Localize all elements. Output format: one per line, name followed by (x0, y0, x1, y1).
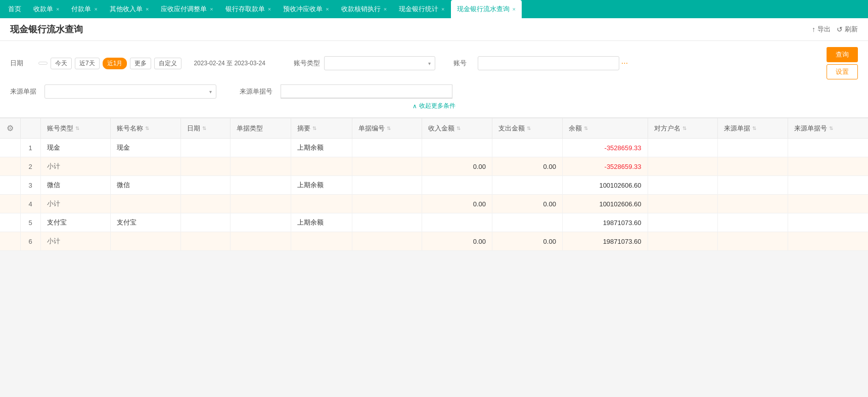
cell-doc-no (352, 232, 422, 251)
cell-expense: 0.00 (492, 232, 563, 251)
filter-row-2: 来源单据 ▾ 来源单据号 (10, 84, 858, 99)
refresh-icon: ↺ (837, 25, 843, 33)
cell-settings (0, 157, 20, 176)
cell-account-name (111, 195, 181, 213)
date-options: 今天 近7天 近1月 更多 自定义 (38, 58, 181, 69)
date-btn-custom[interactable]: 自定义 (154, 58, 181, 69)
col-account-name[interactable]: 账号名称⇅ (111, 118, 181, 139)
col-summary[interactable]: 摘要⇅ (291, 118, 352, 139)
refresh-button[interactable]: ↺ 刷新 (837, 25, 858, 34)
close-icon[interactable]: × (384, 0, 387, 18)
cell-settings (0, 195, 20, 213)
cell-settings (0, 176, 20, 195)
cell-source-doc-no (788, 213, 868, 232)
date-btn-1month[interactable]: 近1月 (103, 58, 127, 69)
col-balance[interactable]: 余额⇅ (562, 118, 648, 139)
cell-account-type: 微信 (40, 176, 111, 195)
sort-icon: ⇅ (145, 125, 149, 131)
cell-expense: 0.00 (492, 157, 563, 176)
date-btn-today[interactable]: 今天 (51, 58, 72, 69)
cell-source-doc-no (788, 176, 868, 195)
nav-adjustment[interactable]: 应收应付调整单 × (155, 0, 219, 18)
cell-summary: 上期余额 (291, 213, 352, 232)
cell-expense: 0.00 (492, 195, 563, 213)
cell-summary: 上期余额 (291, 139, 352, 157)
nav-advance-offset[interactable]: 预收冲应收单 × (277, 0, 335, 18)
cell-balance: 19871073.60 (562, 232, 648, 251)
cell-source-doc-no (788, 232, 868, 251)
date-btn-yesterday[interactable] (38, 62, 48, 65)
cell-expense (492, 139, 563, 157)
nav-bank-deposit[interactable]: 银行存取款单 × (219, 0, 277, 18)
table-row: 6 小计 0.00 0.00 19871073.60 (0, 232, 868, 251)
cell-num: 6 (20, 232, 40, 251)
cell-source-doc-no (788, 157, 868, 176)
nav-collection-exec[interactable]: 收款核销执行 × (335, 0, 393, 18)
gear-icon[interactable]: ⚙ (7, 124, 14, 133)
source-doc-no-input[interactable] (281, 84, 452, 99)
col-doc-no[interactable]: 单据编号⇅ (352, 118, 422, 139)
cell-doc-no (352, 139, 422, 157)
export-button[interactable]: ↑ 导出 (812, 25, 831, 34)
top-navigation: 首页 收款单 × 付款单 × 其他收入单 × 应收应付调整单 × 银行存取款单 … (0, 0, 868, 18)
cell-account-name: 微信 (111, 176, 181, 195)
close-icon[interactable]: × (94, 0, 97, 18)
account-type-select[interactable]: ▾ (324, 56, 435, 70)
cell-summary (291, 232, 352, 251)
table-row: 3 微信 微信 上期余额 100102606.60 (0, 176, 868, 195)
cell-summary (291, 195, 352, 213)
close-icon[interactable]: × (326, 0, 329, 18)
cell-num: 5 (20, 213, 40, 232)
filter-row-1: 日期 今天 近7天 近1月 更多 自定义 2023-02-24 至 2023-0… (10, 47, 858, 79)
chevron-up-icon: ∧ (413, 103, 417, 110)
date-btn-more[interactable]: 更多 (130, 58, 151, 69)
cell-summary: 上期余额 (291, 176, 352, 195)
account-label: 账号 (453, 59, 474, 68)
chevron-down-icon: ▾ (209, 89, 212, 95)
nav-payment[interactable]: 付款单 × (65, 0, 103, 18)
col-counterpart[interactable]: 对方户名⇅ (648, 118, 718, 139)
cell-counterpart (648, 195, 718, 213)
settings-button[interactable]: 设置 (827, 64, 858, 79)
cell-source-doc (718, 232, 788, 251)
cell-doc-type (231, 176, 291, 195)
col-account-type[interactable]: 账号类型⇅ (40, 118, 111, 139)
col-source-doc[interactable]: 来源单据⇅ (718, 118, 788, 139)
close-icon[interactable]: × (146, 0, 149, 18)
cell-source-doc (718, 176, 788, 195)
query-button[interactable]: 查询 (827, 47, 858, 62)
source-doc-label: 来源单据 (10, 87, 36, 96)
nav-cash-bank-stats[interactable]: 现金银行统计 × (393, 0, 450, 18)
sort-icon: ⇅ (829, 125, 833, 131)
cell-doc-no (352, 213, 422, 232)
date-btn-7days[interactable]: 近7天 (75, 58, 100, 69)
sort-icon: ⇅ (387, 125, 391, 131)
cell-counterpart (648, 157, 718, 176)
account-dots-button[interactable]: ··· (621, 59, 628, 68)
col-date[interactable]: 日期⇅ (181, 118, 231, 139)
cell-source-doc (718, 213, 788, 232)
account-input[interactable] (478, 56, 619, 70)
nav-receipt[interactable]: 收款单 × (27, 0, 65, 18)
table-row: 2 小计 0.00 0.00 -3528659.33 (0, 157, 868, 176)
close-icon[interactable]: × (441, 0, 444, 18)
filter-section: 日期 今天 近7天 近1月 更多 自定义 2023-02-24 至 2023-0… (0, 41, 868, 118)
close-icon[interactable]: × (210, 0, 213, 18)
nav-home[interactable]: 首页 (2, 0, 27, 18)
account-type-label: 账号类型 (294, 59, 320, 68)
collapse-bar[interactable]: ∧ 收起更多条件 (10, 99, 858, 111)
close-icon[interactable]: × (513, 0, 516, 18)
source-doc-select[interactable]: ▾ (44, 84, 216, 99)
col-income[interactable]: 收入金额⇅ (422, 118, 492, 139)
close-icon[interactable]: × (268, 0, 271, 18)
cell-income: 0.00 (422, 195, 492, 213)
col-expense[interactable]: 支出金额⇅ (492, 118, 563, 139)
nav-cash-bank-flow[interactable]: 现金银行流水查询 × (451, 0, 522, 18)
cell-counterpart (648, 213, 718, 232)
close-icon[interactable]: × (56, 0, 59, 18)
cell-doc-type (231, 195, 291, 213)
page-title: 现金银行流水查询 (10, 23, 83, 35)
nav-other-income[interactable]: 其他收入单 × (104, 0, 155, 18)
col-source-doc-no[interactable]: 来源单据号⇅ (788, 118, 868, 139)
cell-counterpart (648, 176, 718, 195)
